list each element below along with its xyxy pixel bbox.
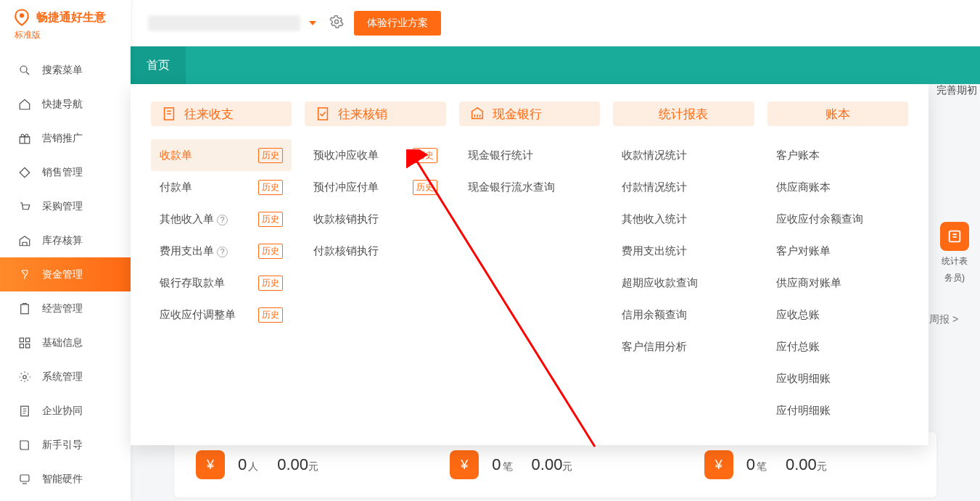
history-button[interactable]: 历史 xyxy=(413,180,437,195)
mega-item-label: 应收应付余额查询 xyxy=(776,212,863,226)
mega-item[interactable]: 收款情况统计 xyxy=(613,139,754,171)
svg-rect-5 xyxy=(26,338,30,341)
history-button[interactable]: 历史 xyxy=(258,244,283,259)
history-button[interactable]: 历史 xyxy=(258,180,283,195)
mega-item-bank-transfer[interactable]: 银行存取款单 历史 xyxy=(151,267,292,299)
mega-item-label: 收款核销执行 xyxy=(313,212,379,226)
mega-item-label: 信用余额查询 xyxy=(622,308,687,322)
mega-item[interactable]: 客户信用分析 xyxy=(613,331,754,363)
svg-rect-6 xyxy=(20,344,23,347)
sidebar-item-hardware[interactable]: 智能硬件 xyxy=(0,462,131,496)
gift-icon xyxy=(17,131,32,146)
mega-item[interactable]: 付款情况统计 xyxy=(613,171,754,203)
mega-item-label: 供应商账本 xyxy=(776,181,831,194)
help-icon[interactable]: ? xyxy=(217,215,228,225)
mega-item[interactable]: 客户账本 xyxy=(767,139,908,171)
mega-item-expense[interactable]: 费用支出单? 历史 xyxy=(151,235,292,267)
sidebar-item-label: 经营管理 xyxy=(42,302,83,315)
sidebar-item-inventory[interactable]: 库存核算 xyxy=(0,223,131,257)
mega-item-payment[interactable]: 付款单 历史 xyxy=(151,171,292,203)
sidebar-item-label: 营销推广 xyxy=(42,132,83,145)
sidebar-item-operation[interactable]: 经营管理 xyxy=(0,291,131,326)
mega-item-other-income[interactable]: 其他收入单? 历史 xyxy=(151,203,292,235)
sidebar-item-label: 采购管理 xyxy=(42,200,83,213)
fund-mega-menu: 往来收支 收款单 历史 付款单 历史 其他收入单? 历史 费用支出单? 历史 银… xyxy=(131,84,928,445)
sidebar: 畅捷通好生意 标准版 搜索菜单 快捷导航 营销推广 销售管理 采购管理 库存核算 xyxy=(0,0,131,501)
industry-plan-button[interactable]: 体验行业方案 xyxy=(354,11,441,36)
init-hint[interactable]: 完善期初 xyxy=(936,84,977,97)
svg-rect-14 xyxy=(318,108,328,120)
mega-item-cash-bank-flow[interactable]: 现金银行流水查询 xyxy=(459,171,600,203)
sidebar-item-system[interactable]: 系统管理 xyxy=(0,360,131,394)
mega-col-ledger: 账本 客户账本 供应商账本 应收应付余额查询 客户对账单 供应商对账单 应收总账… xyxy=(767,102,908,432)
stat-count: 0 xyxy=(746,455,755,473)
gear-icon xyxy=(17,370,32,384)
sidebar-item-collab[interactable]: 企业协同 xyxy=(0,394,131,428)
mega-item[interactable]: 应收明细账 xyxy=(767,363,908,394)
settings-icon[interactable] xyxy=(329,15,344,31)
mega-col-header: 统计报表 xyxy=(613,102,754,126)
stat-count-unit: 笔 xyxy=(503,460,513,472)
mega-item-prerecv-offset[interactable]: 预收冲应收单 历史 xyxy=(305,139,445,171)
tab-home[interactable]: 首页 xyxy=(131,46,186,84)
chevron-down-icon xyxy=(309,21,316,25)
history-button[interactable]: 历史 xyxy=(258,307,283,323)
sidebar-item-marketing[interactable]: 营销推广 xyxy=(0,121,131,155)
sidebar-item-sales[interactable]: 销售管理 xyxy=(0,155,131,189)
mega-item[interactable]: 信用余额查询 xyxy=(613,299,754,331)
svg-rect-7 xyxy=(26,344,30,347)
mega-col-header: 现金银行 xyxy=(459,102,600,126)
mega-item[interactable]: 应收总账 xyxy=(767,299,908,331)
svg-point-0 xyxy=(20,13,24,17)
receipt-icon xyxy=(161,106,177,122)
stat-card: ¥ 0人 0.00元 xyxy=(174,450,428,479)
company-name-redacted xyxy=(148,15,300,31)
stat-count-unit: 人 xyxy=(248,460,258,472)
help-icon[interactable]: ? xyxy=(217,247,228,257)
sidebar-item-quick-nav[interactable]: 快捷导航 xyxy=(0,87,131,121)
mega-item[interactable]: 客户对账单 xyxy=(767,235,908,267)
mega-item-prepay-offset[interactable]: 预付冲应付单 历史 xyxy=(305,171,445,203)
history-button[interactable]: 历史 xyxy=(258,212,283,227)
tab-label: 首页 xyxy=(147,58,170,73)
history-button[interactable]: 历史 xyxy=(258,148,283,163)
weekly-link[interactable]: 周报 > xyxy=(929,313,980,326)
mega-item[interactable]: 应付明细账 xyxy=(767,394,908,426)
history-button[interactable]: 历史 xyxy=(413,148,437,163)
stat-value: 0.00 xyxy=(277,455,308,473)
mega-item-label: 收款情况统计 xyxy=(622,149,687,162)
mega-item-label: 预收冲应收单 xyxy=(313,149,379,162)
topbar: 体验行业方案 xyxy=(131,0,980,46)
mega-item[interactable]: 应收应付余额查询 xyxy=(767,203,908,235)
brand-logo-icon xyxy=(12,7,32,28)
sidebar-item-label: 快捷导航 xyxy=(42,98,83,111)
widget-stat-table[interactable]: 统计表 务员) xyxy=(929,222,980,284)
mega-item-arap-adjust[interactable]: 应收应付调整单 历史 xyxy=(151,299,292,331)
history-button[interactable]: 历史 xyxy=(258,276,283,291)
mega-item[interactable]: 其他收入统计 xyxy=(613,203,754,235)
mega-item-label: 费用支出统计 xyxy=(622,244,687,258)
mega-item[interactable]: 超期应收款查询 xyxy=(613,267,754,299)
company-selector[interactable] xyxy=(148,15,319,31)
mega-item[interactable]: 应付总账 xyxy=(767,331,908,363)
sidebar-item-guide[interactable]: 新手引导 xyxy=(0,428,131,462)
sidebar-item-label: 基础信息 xyxy=(42,336,83,349)
stat-value-unit: 元 xyxy=(308,460,318,472)
sidebar-item-basic-info[interactable]: 基础信息 xyxy=(0,326,131,360)
mega-item-pay-verify-exec[interactable]: 付款核销执行 xyxy=(305,235,445,267)
stat-card: ¥ 0笔 0.00元 xyxy=(428,450,682,479)
mega-item[interactable]: 供应商账本 xyxy=(767,171,908,203)
sidebar-item-purchase[interactable]: 采购管理 xyxy=(0,189,131,223)
sidebar-item-label: 搜索菜单 xyxy=(42,64,83,77)
invoice-icon: ¥ xyxy=(450,450,479,479)
mega-item[interactable]: 费用支出统计 xyxy=(613,235,754,267)
mega-item-recv-verify-exec[interactable]: 收款核销执行 xyxy=(305,203,445,235)
cart-icon xyxy=(17,199,32,214)
mega-item[interactable]: 供应商对账单 xyxy=(767,267,908,299)
mega-item-cash-bank-stat[interactable]: 现金银行统计 xyxy=(459,139,600,171)
mega-item-label: 应付总账 xyxy=(776,340,820,354)
grid-icon xyxy=(17,336,32,350)
sidebar-item-fund[interactable]: 资金管理 xyxy=(0,257,131,291)
sidebar-item-search-menu[interactable]: 搜索菜单 xyxy=(0,53,131,87)
mega-item-receipt[interactable]: 收款单 历史 xyxy=(151,139,292,171)
